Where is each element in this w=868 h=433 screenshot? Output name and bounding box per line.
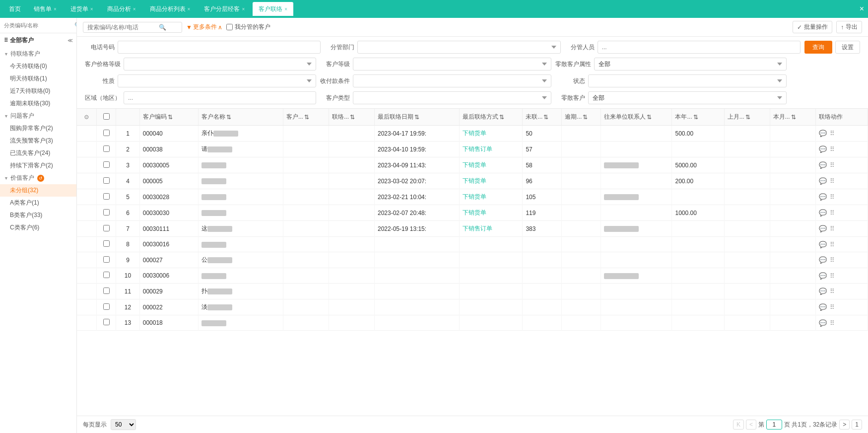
nav-home[interactable]: 首页	[4, 5, 26, 13]
row-checkbox[interactable]	[103, 145, 110, 152]
nocontact-col-header[interactable]: 未联...⇅	[523, 109, 562, 126]
sidebar-item-ungroup[interactable]: 未分组(32)	[0, 184, 76, 197]
payment-select[interactable]	[353, 74, 551, 87]
sidebar-item-today-pending[interactable]: 今天待联络(0)	[0, 60, 76, 72]
last-way-link[interactable]: 下销货单	[463, 161, 486, 168]
row-checkbox-cell[interactable]	[96, 173, 116, 189]
lastway-col-header[interactable]: 最后联络方式⇅	[459, 109, 523, 126]
row-checkbox-cell[interactable]	[96, 299, 116, 315]
grid-icon[interactable]: ⠿	[830, 225, 835, 232]
row-checkbox[interactable]	[103, 272, 110, 278]
chat-icon[interactable]: 💬	[819, 225, 827, 232]
region-input[interactable]	[124, 91, 316, 104]
grid-icon[interactable]: ⠿	[830, 177, 835, 185]
nav-tab-product-analysis-list[interactable]: 商品分析列表 ×	[144, 2, 197, 16]
grid-icon[interactable]: ⠿	[830, 130, 835, 137]
code-col-header[interactable]: 客户编码⇅	[139, 109, 198, 126]
chat-icon[interactable]: 💬	[819, 303, 827, 311]
grid-icon[interactable]: ⠿	[830, 272, 835, 280]
last-way-link[interactable]: 下销货单	[463, 177, 486, 184]
name-col-header[interactable]: 客户名称⇅	[199, 109, 283, 126]
row-checkbox-cell[interactable]	[96, 315, 116, 331]
last-contact-way-cell[interactable]: 下销货单	[459, 173, 523, 189]
row-checkbox[interactable]	[103, 193, 110, 200]
sidebar-all-customers[interactable]: ⠿ 全部客户 ≪	[0, 33, 76, 48]
last-contact-way-cell[interactable]	[459, 268, 523, 284]
grid-icon[interactable]: ⠿	[830, 241, 835, 248]
phone-input[interactable]	[118, 41, 321, 54]
grid-icon[interactable]: ⠿	[830, 303, 835, 311]
retail-attr-select[interactable]: 全部	[594, 58, 787, 71]
my-customers-filter[interactable]: 我分管的客户	[226, 23, 270, 31]
select-all-checkbox[interactable]	[103, 113, 110, 120]
row-checkbox-cell[interactable]	[96, 268, 116, 284]
sidebar-item-churn-warn[interactable]: 流失预警客户(3)	[0, 135, 76, 147]
nav-tab-product-analysis[interactable]: 商品分析 ×	[101, 2, 142, 16]
row-checkbox[interactable]	[103, 288, 110, 294]
sidebar-group-problem[interactable]: ▼ 问题客户	[0, 110, 76, 122]
status-select[interactable]	[588, 74, 787, 87]
grid-icon[interactable]: ⠿	[830, 209, 835, 216]
lastmonth-col-header[interactable]: 上月...⇅	[724, 109, 770, 126]
last-way-link[interactable]: 下销货单	[463, 130, 486, 137]
global-close-icon[interactable]: ×	[860, 4, 864, 13]
row-checkbox-cell[interactable]	[96, 221, 116, 237]
next-page-button[interactable]: >	[839, 420, 850, 430]
close-icon[interactable]: ×	[284, 6, 287, 12]
thismonth-col-header[interactable]: 本月...⇅	[770, 109, 815, 126]
last-way-link[interactable]: 下销售订单	[463, 145, 492, 152]
prev-page-button[interactable]: <	[746, 420, 756, 430]
last-contact-way-cell[interactable]	[459, 315, 523, 331]
sidebar-item-class-c[interactable]: C类客户(6)	[0, 221, 76, 234]
row-checkbox[interactable]	[103, 256, 110, 263]
grid-icon[interactable]: ⠿	[830, 145, 835, 153]
last-contact-way-cell[interactable]: 下销货单	[459, 126, 523, 142]
chat-icon[interactable]: 💬	[819, 209, 827, 216]
liaison-col-header[interactable]: 往来单位联系人⇅	[601, 109, 672, 126]
last-contact-way-cell[interactable]	[459, 237, 523, 252]
nav-tab-customer-segment[interactable]: 客户分层经客 ×	[198, 2, 251, 16]
last-way-link[interactable]: 下销货单	[463, 209, 486, 216]
last-way-link[interactable]: 下销售订单	[463, 225, 492, 232]
nav-tab-purchase[interactable]: 进货单 ×	[65, 2, 99, 16]
manager-input[interactable]	[598, 41, 801, 54]
more-filters-button[interactable]: ▼ 更多条件 ∧	[186, 23, 222, 31]
thisyear-col-header[interactable]: 本年...⇅	[672, 109, 724, 126]
sidebar-item-class-a[interactable]: A类客户(1)	[0, 197, 76, 209]
chat-icon[interactable]: 💬	[819, 177, 827, 185]
row-checkbox[interactable]	[103, 177, 110, 184]
close-icon[interactable]: ×	[54, 6, 57, 12]
retail-customer-select[interactable]: 全部	[588, 91, 787, 104]
row-checkbox-cell[interactable]	[96, 157, 116, 173]
sidebar-group-value[interactable]: ▼ 价值客户 ↺	[0, 172, 76, 184]
query-button[interactable]: 查询	[804, 41, 832, 54]
page-size-select[interactable]: 50 100 200	[111, 419, 136, 430]
row-checkbox[interactable]	[103, 225, 110, 231]
grid-icon[interactable]: ⠿	[830, 161, 835, 169]
nav-tab-sales[interactable]: 销售单 ×	[28, 2, 63, 16]
row-checkbox-cell[interactable]	[96, 284, 116, 299]
row-checkbox-cell[interactable]	[96, 205, 116, 221]
grid-icon[interactable]: ⠿	[830, 288, 835, 295]
settings-col-header[interactable]: ⚙	[77, 109, 96, 126]
last-contact-way-cell[interactable]: 下销货单	[459, 205, 523, 221]
row-checkbox-cell[interactable]	[96, 142, 116, 157]
reset-button[interactable]: 设置	[835, 41, 860, 54]
row-checkbox-cell[interactable]	[96, 126, 116, 142]
chat-icon[interactable]: 💬	[819, 272, 827, 280]
sidebar-item-overdue-pending[interactable]: 逾期未联络(30)	[0, 97, 76, 110]
row-checkbox[interactable]	[103, 319, 110, 325]
customer-level-select[interactable]	[353, 58, 551, 71]
sidebar-item-class-b[interactable]: B类客户(33)	[0, 209, 76, 221]
last-page-button[interactable]: 1	[852, 420, 862, 430]
batch-ops-button[interactable]: ✓ 批量操作	[793, 21, 832, 33]
chat-icon[interactable]: 💬	[819, 241, 827, 248]
export-button[interactable]: ↑ 导出	[836, 21, 862, 33]
contact-col-header[interactable]: 联络...⇅	[329, 109, 374, 126]
chat-icon[interactable]: 💬	[819, 319, 827, 327]
nav-tab-customer-contact[interactable]: 客户联络 ×	[253, 2, 293, 16]
row-checkbox[interactable]	[103, 209, 110, 216]
last-contact-way-cell[interactable]: 下销售订单	[459, 221, 523, 237]
sidebar-search-input[interactable]	[4, 22, 72, 28]
row-checkbox[interactable]	[103, 130, 110, 136]
